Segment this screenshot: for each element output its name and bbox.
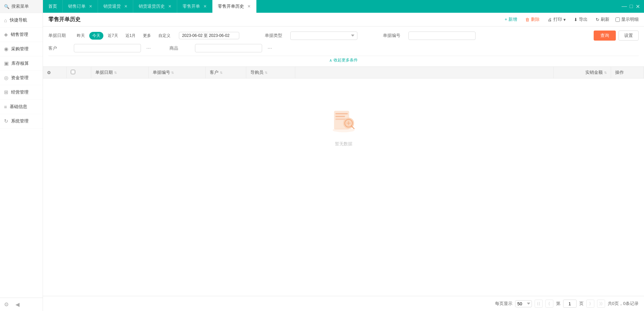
purchase-icon: ◉ xyxy=(4,46,8,52)
page-label-suffix: 页 xyxy=(579,301,584,307)
last-page-btn[interactable]: ⟩⟩ xyxy=(597,300,605,308)
doc-type-select[interactable] xyxy=(290,32,357,40)
refresh-button[interactable]: ↻ 刷新 xyxy=(594,15,611,23)
sort-customer-icon: ⇅ xyxy=(220,71,222,74)
sidebar-item-sales-mgmt[interactable]: ◈ 销售管理 xyxy=(0,28,43,42)
date-btn-7days[interactable]: 近7天 xyxy=(105,32,121,40)
print-icon: 🖨 xyxy=(548,17,552,22)
product-dots[interactable]: ··· xyxy=(267,45,272,51)
date-btn-yesterday[interactable]: 昨天 xyxy=(74,32,88,40)
add-button[interactable]: + 新增 xyxy=(503,15,519,23)
empty-state: 暂无数据 xyxy=(43,79,644,174)
window-controls: — □ ✕ xyxy=(622,3,644,10)
first-page-btn[interactable]: ⟨⟨ xyxy=(535,300,543,308)
tab-sales-return-history-close[interactable]: ✕ xyxy=(168,4,171,9)
gear-icon: ⚙ xyxy=(47,70,51,75)
maximize-button[interactable]: □ xyxy=(630,3,633,9)
sidebar: 🔍 搜索菜单 ⌂ 快捷导航 ◈ 销售管理 ◉ 采购管理 ▣ 库存核算 ◎ 资金管… xyxy=(0,0,43,311)
tab-retail-open-history-close[interactable]: ✕ xyxy=(247,4,251,9)
sidebar-bottom: ⚙ ◀ xyxy=(0,298,43,311)
doc-no-label: 单据编号 xyxy=(383,33,403,39)
doc-no-input[interactable] xyxy=(408,32,476,40)
tab-home[interactable]: 首页 xyxy=(43,0,63,13)
date-btn-today[interactable]: 今天 xyxy=(89,32,103,40)
tab-sales-order-close[interactable]: ✕ xyxy=(89,4,92,9)
sort-no-icon: ⇅ xyxy=(171,71,174,74)
export-button[interactable]: ⬇ 导出 xyxy=(572,15,590,23)
display-detail-label: 显示明细 xyxy=(621,16,639,22)
col-action-header: 操作 xyxy=(611,67,644,79)
collapse-label: 收起更多条件 xyxy=(334,57,358,63)
date-filter-label: 单据日期 xyxy=(48,33,68,39)
sidebar-item-sys-mgmt[interactable]: ↻ 系统管理 xyxy=(0,114,43,128)
col-date-header[interactable]: 单据日期 ⇅ xyxy=(91,67,148,79)
date-btn-1month[interactable]: 近1月 xyxy=(122,32,139,40)
current-page-input[interactable] xyxy=(563,300,577,308)
tab-home-label: 首页 xyxy=(48,3,57,9)
collapse-more-btn[interactable]: ∧ 收起更多条件 xyxy=(48,56,639,65)
empty-text: 暂无数据 xyxy=(335,141,352,147)
setting-button[interactable]: 设置 xyxy=(618,31,639,41)
delete-button[interactable]: 🗑 删除 xyxy=(523,15,542,23)
content-area: 零售开单历史 + 新增 🗑 删除 🖨 打印 ▾ ⬇ 导出 xyxy=(43,13,644,311)
tab-sales-return-history[interactable]: 销货退货历史 ✕ xyxy=(133,0,177,13)
settings-icon[interactable]: ⚙ xyxy=(4,301,9,308)
data-table: ⚙ 单据日期 ⇅ 单据编号 ⇅ xyxy=(43,67,644,79)
tab-sales-return-label: 销货退货 xyxy=(103,3,121,9)
page-label-prefix: 第 xyxy=(556,301,560,307)
display-detail-input[interactable] xyxy=(615,17,620,22)
sidebar-search-label: 搜索菜单 xyxy=(11,3,29,9)
customer-input[interactable] xyxy=(74,44,141,52)
query-button[interactable]: 查询 xyxy=(594,31,616,41)
date-range-input[interactable] xyxy=(179,32,239,39)
tab-sales-order[interactable]: 销售订单 ✕ xyxy=(63,0,98,13)
sidebar-item-ops-mgmt[interactable]: ⊞ 经营管理 xyxy=(0,85,43,100)
page-title: 零售开单历史 xyxy=(48,16,503,23)
close-button[interactable]: ✕ xyxy=(636,3,640,10)
sidebar-item-purchase-mgmt[interactable]: ◉ 采购管理 xyxy=(0,42,43,56)
product-input[interactable] xyxy=(195,44,262,52)
toolbar-actions: + 新增 🗑 删除 🖨 打印 ▾ ⬇ 导出 ↻ 刷新 xyxy=(503,15,639,23)
prev-page-btn[interactable]: ⟨ xyxy=(545,300,553,308)
sidebar-item-label: 基础信息 xyxy=(10,104,27,110)
print-button[interactable]: 🖨 打印 ▾ xyxy=(546,15,568,23)
tab-sales-return[interactable]: 销货退货 ✕ xyxy=(98,0,133,13)
sidebar-item-basic-info[interactable]: ≡ 基础信息 xyxy=(0,100,43,114)
customer-dots[interactable]: ··· xyxy=(146,45,151,51)
col-checkbox[interactable] xyxy=(66,67,91,79)
col-settings[interactable]: ⚙ xyxy=(43,67,66,79)
col-salesperson-header[interactable]: 导购员 ⇅ xyxy=(246,67,295,79)
col-no-header[interactable]: 单据编号 ⇅ xyxy=(148,67,206,79)
svg-rect-3 xyxy=(335,116,345,117)
tab-retail-open-history-label: 零售开单历史 xyxy=(218,3,244,9)
col-amount-header[interactable]: 实销金额 ⇅ xyxy=(554,67,611,79)
date-btn-more[interactable]: 更多 xyxy=(140,32,154,40)
inventory-icon: ▣ xyxy=(4,60,9,66)
col-spacer xyxy=(295,67,553,79)
sidebar-item-inventory[interactable]: ▣ 库存核算 xyxy=(0,56,43,71)
display-detail-checkbox[interactable]: 显示明细 xyxy=(615,16,639,22)
col-customer-label: 客户 xyxy=(210,70,218,75)
col-salesperson-label: 导购员 xyxy=(250,70,263,75)
select-all-checkbox[interactable] xyxy=(71,70,75,74)
sidebar-search[interactable]: 🔍 搜索菜单 xyxy=(0,0,43,13)
tab-sales-return-close[interactable]: ✕ xyxy=(124,4,128,9)
sidebar-item-quick-nav[interactable]: ⌂ 快捷导航 xyxy=(0,13,43,28)
tab-retail-open[interactable]: 零售开单 ✕ xyxy=(177,0,212,13)
col-action-label: 操作 xyxy=(615,70,624,75)
collapse-sidebar-icon[interactable]: ◀ xyxy=(15,301,19,308)
page-size-select[interactable]: 50 20 100 xyxy=(515,300,532,307)
next-page-btn[interactable]: ⟩ xyxy=(586,300,594,308)
tab-retail-open-history[interactable]: 零售开单历史 ✕ xyxy=(212,0,256,13)
tab-retail-open-close[interactable]: ✕ xyxy=(203,4,207,9)
sidebar-item-label: 快捷导航 xyxy=(10,17,27,23)
tab-bar: 首页 销售订单 ✕ 销货退货 ✕ 销货退货历史 ✕ 零售开单 ✕ 零售开单历史 … xyxy=(43,0,644,13)
main-content: 首页 销售订单 ✕ 销货退货 ✕ 销货退货历史 ✕ 零售开单 ✕ 零售开单历史 … xyxy=(43,0,644,311)
col-customer-header[interactable]: 客户 ⇅ xyxy=(206,67,246,79)
sidebar-item-finance[interactable]: ◎ 资金管理 xyxy=(0,71,43,85)
export-label: 导出 xyxy=(579,16,588,22)
minimize-button[interactable]: — xyxy=(622,3,627,9)
col-no-label: 单据编号 xyxy=(153,70,170,75)
chevron-up-icon: ∧ xyxy=(329,58,332,63)
date-btn-custom[interactable]: 自定义 xyxy=(155,32,174,40)
